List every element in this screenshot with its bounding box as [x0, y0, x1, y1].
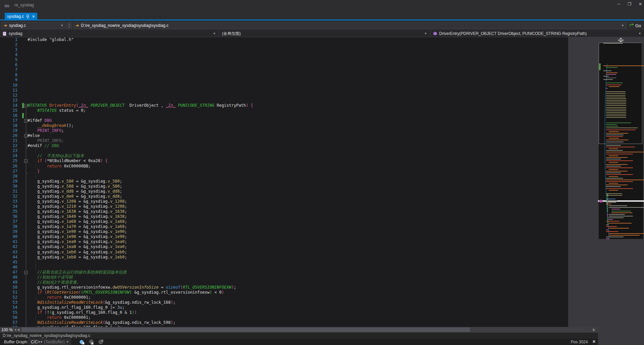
code-line[interactable]: g_sysdiag.v_1eb0 = &g_sysdiag.v_1eb0;: [0, 250, 568, 255]
code-line[interactable]: PRINT_INFO;: [0, 138, 568, 143]
code-line[interactable]: [0, 72, 568, 78]
code-line[interactable]: [0, 113, 568, 118]
code-line[interactable]: g_sysdiag.v_1ea8 = &g_sysdiag.v_1ea0;: [0, 244, 568, 249]
code-line[interactable]: NdisInitializeReadWriteLock(&g_sysdiag.n…: [0, 300, 568, 305]
code-line[interactable]: }: [0, 169, 568, 174]
minimap-code-row: [606, 98, 626, 99]
scroll-left-icon[interactable]: [17, 328, 19, 332]
code-line[interactable]: #ifdef DBG: [0, 118, 568, 123]
fold-collapse-box[interactable]: −: [24, 134, 28, 138]
code-line[interactable]: [0, 78, 568, 83]
code-line[interactable]: [0, 148, 568, 153]
code-line[interactable]: g_sysdiag.v_1e90 = &g_sysdiag.v_1e90;: [0, 229, 568, 234]
spin-down-icon[interactable]: ▼: [66, 26, 72, 29]
minimap-code-row: [609, 169, 618, 170]
horizontal-scrollbar[interactable]: 100 % ▼: [0, 327, 598, 333]
globe-page-icon[interactable]: [89, 339, 94, 345]
code-line[interactable]: g_sysdiag.v_dd8 = &g_sysdiag.v_dd8;: [0, 189, 568, 194]
code-line[interactable]: [0, 93, 568, 98]
code-line[interactable]: g_sysdiag.v_1638 = &g_sysdiag.v_1638;: [0, 209, 568, 214]
code-line[interactable]: [0, 67, 568, 72]
code-line[interactable]: [0, 42, 568, 47]
statusbar-close-icon[interactable]: ✕: [592, 339, 596, 344]
horizontal-scroll-thumb[interactable]: [21, 328, 470, 332]
minimap-code-row: [606, 145, 621, 146]
code-line[interactable]: //获取当前正在运行的操作系统例程返回版本信息: [0, 270, 568, 275]
file-symbol-combo[interactable]: ➜ sysdiag.c ▼: [1, 22, 66, 29]
go-refresh-icon: [629, 23, 634, 29]
code-line[interactable]: return 0xC00000BB;: [0, 164, 568, 169]
code-line[interactable]: [0, 98, 568, 103]
globe-key-icon[interactable]: [98, 339, 104, 345]
code-line[interactable]: if (RtlGetVersion((PRTL_OSVERSIONINFOW) …: [0, 290, 568, 295]
scroll-right-icon[interactable]: [593, 328, 595, 332]
code-line[interactable]: [0, 260, 568, 265]
nav-scope-value: (全局范围): [222, 31, 422, 37]
code-line[interactable]: //初始化6个读写锁: [0, 275, 568, 280]
code-line[interactable]: [0, 52, 568, 57]
fold-collapse-box[interactable]: −: [24, 271, 28, 274]
go-button[interactable]: Go: [629, 22, 641, 29]
code-line[interactable]: g_sysdiag.v_1208 = &g_sysdiag.v_1208;: [0, 199, 568, 204]
web-document-icon[interactable]: [79, 339, 85, 345]
split-window-grip-icon[interactable]: [616, 38, 625, 42]
zoom-level[interactable]: 100 %: [1, 328, 13, 332]
minimap-code-row: [606, 231, 618, 232]
code-line[interactable]: g_sysdiag.v_1a68 = &g_sysdiag.v_1a68;: [0, 219, 568, 224]
pin-icon[interactable]: [26, 14, 30, 18]
buffer-type-combo[interactable]: C/C++ (TextBuffer) ▼: [29, 339, 71, 345]
code-line[interactable]: [0, 83, 568, 88]
file-path-combo[interactable]: ➜ D:\re_sysdiag_now\re_sysdiag\sysdiag\s…: [73, 22, 627, 29]
minimap-code-row: [606, 171, 628, 171]
tab-sysdiag[interactable]: sysdiag.c ✕: [5, 13, 37, 20]
code-line[interactable]: g_sysdiag.v_1210 = &g_sysdiag.v_1208;: [0, 204, 568, 209]
fold-collapse-box[interactable]: −: [24, 159, 28, 163]
code-line[interactable]: g_sysdiag.nrl_flag_160.flag_0 |= 3u;: [0, 305, 568, 310]
code-line[interactable]: [0, 57, 568, 62]
code-line[interactable]: NTSTATUS DriverEntry(_In_ PDRIVER_OBJECT…: [0, 103, 568, 108]
code-line[interactable]: g_sysdiag.v_1eb8 = &g_sysdiag.v_1eb0;: [0, 255, 568, 260]
code-line[interactable]: g_sysdiag.v_1e98 = &g_sysdiag.v_1e90;: [0, 234, 568, 239]
code-line[interactable]: //初始化2个资源变量。: [0, 280, 568, 285]
code-line[interactable]: PRINT_INFO;: [0, 128, 568, 133]
minimize-button[interactable]: ─: [614, 0, 624, 8]
minimap-code-row: [606, 237, 624, 237]
zoom-dropdown-icon[interactable]: ▼: [14, 328, 17, 332]
code-line[interactable]: g_sysdiag.v_588 = &g_sysdiag.v_580;: [0, 184, 568, 189]
code-line[interactable]: [0, 174, 568, 179]
code-line[interactable]: #else: [0, 133, 568, 138]
code-line[interactable]: return 0xC0000001;: [0, 295, 568, 300]
code-line[interactable]: NTSTATUS status = 0;: [0, 108, 568, 113]
tab-close-icon[interactable]: ✕: [32, 14, 35, 19]
minimap-code-row: [609, 233, 644, 234]
code-editor[interactable]: 1#include "global.h"234567891011121314NT…: [0, 37, 568, 327]
symbol-spinner[interactable]: ▲ ▼: [66, 22, 72, 29]
restore-button[interactable]: ❐: [625, 0, 635, 8]
code-line[interactable]: if (*NtBuildNumber < 0xa28) {: [0, 158, 568, 163]
nav-scope-combo[interactable]: (全局范围) ▼: [219, 30, 430, 37]
code-line[interactable]: [0, 62, 568, 67]
code-line[interactable]: g_sysdiag.v_1640 = &g_sysdiag.v_1638;: [0, 214, 568, 219]
code-line[interactable]: if (!(g_sysdiag.nrl_flag_160.flag_0 & 1)…: [0, 310, 568, 315]
code-line[interactable]: [0, 88, 568, 93]
nav-file-combo[interactable]: sysdiag ▼: [0, 30, 219, 37]
code-line[interactable]: g_sysdiag.v_580 = &g_sysdiag.v_580;: [0, 179, 568, 184]
spin-up-icon[interactable]: ▲: [66, 22, 72, 26]
code-line[interactable]: #endif // DBG: [0, 143, 568, 148]
code-line[interactable]: __debugbreak();: [0, 123, 568, 128]
code-line[interactable]: return 0xC0000001;: [0, 315, 568, 320]
code-line[interactable]: [0, 265, 568, 270]
fold-collapse-box[interactable]: −: [24, 104, 28, 107]
code-line[interactable]: #include "global.h": [0, 37, 568, 42]
code-line[interactable]: g_sysdiag.v_1ea0 = &g_sysdiag.v_1ea0;: [0, 239, 568, 244]
close-button[interactable]: ✕: [635, 0, 644, 8]
minimap-code-row: [606, 130, 636, 130]
code-line[interactable]: NdisInitializeReadWriteLock(&g_sysdiag.n…: [0, 320, 568, 325]
code-line[interactable]: g_sysdiag.rtl_osversioninfoexw.dwOSVersi…: [0, 285, 568, 290]
code-line[interactable]: // 不支持xp及以下版本: [0, 153, 568, 158]
code-line[interactable]: g_sysdiag.v_de0 = &g_sysdiag.v_dd8;: [0, 194, 568, 199]
code-line[interactable]: g_sysdiag.v_1a70 = &g_sysdiag.v_1a68;: [0, 224, 568, 229]
fold-collapse-box[interactable]: −: [24, 119, 28, 122]
code-line[interactable]: [0, 47, 568, 52]
nav-member-combo[interactable]: DriverEntry(PDRIVER_OBJECT DriverObject,…: [430, 30, 644, 37]
